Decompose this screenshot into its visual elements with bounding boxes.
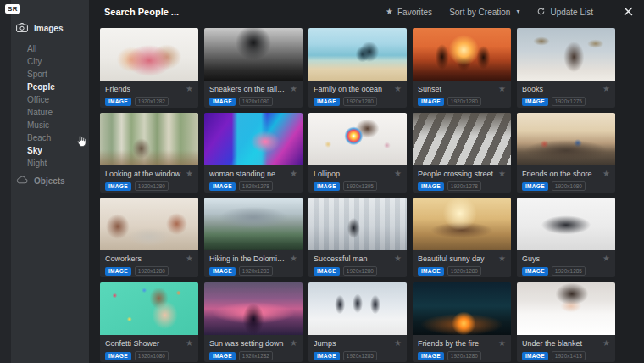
search-input[interactable]: [104, 7, 386, 17]
card-guys[interactable]: Guys ★ IMAGE 1920x1285: [517, 198, 615, 277]
card-successful-man[interactable]: Successful man ★ IMAGE 1920x1280: [308, 198, 407, 277]
card-thumbnail[interactable]: [308, 113, 407, 165]
favorite-star-icon[interactable]: ★: [394, 170, 402, 178]
card-title: Successful man: [314, 254, 371, 263]
card-footer: Friends by the fire ★ IMAGE 1920x1280: [413, 335, 511, 362]
sort-label: Sort by Creation: [449, 8, 510, 17]
card-under-the-blanket[interactable]: Under the blanket ★ IMAGE 1920x1413: [517, 282, 615, 362]
card-thumbnail[interactable]: [413, 198, 511, 250]
size-label: 1920x1280: [447, 266, 481, 276]
card-beautiful-sunny-day[interactable]: Beautiful sunny day ★ IMAGE 1920x1280: [413, 198, 511, 277]
card-thumbnail[interactable]: [204, 198, 303, 250]
type-badge: IMAGE: [522, 352, 548, 360]
sidebar-item-music[interactable]: Music: [27, 119, 89, 131]
favorite-star-icon[interactable]: ★: [394, 254, 402, 263]
card-thumbnail[interactable]: [100, 113, 198, 165]
favorite-star-icon[interactable]: ★: [602, 85, 610, 93]
card-footer: People crossing street ★ IMAGE 1920x1278: [413, 165, 511, 193]
card-thumbnail[interactable]: [204, 28, 303, 81]
card-sun-was-setting-down[interactable]: Sun was setting down ★ IMAGE 1920x1282: [204, 282, 303, 362]
sidebar-section-objects[interactable]: Objects: [16, 176, 89, 186]
card-thumbnail[interactable]: [517, 282, 615, 335]
card-thumbnail[interactable]: [308, 28, 407, 81]
favorite-star-icon[interactable]: ★: [186, 170, 193, 178]
card-friends-on-the-shore[interactable]: Friends on the shore ★ IMAGE 1920x1080: [517, 113, 615, 193]
sidebar-section-images[interactable]: Images: [16, 23, 89, 34]
card-hiking-in-the-dolomites[interactable]: Hiking in the Dolomites ★ IMAGE 1920x128…: [204, 198, 303, 277]
favorite-star-icon[interactable]: ★: [290, 170, 297, 178]
favorite-star-icon[interactable]: ★: [602, 339, 610, 348]
card-thumbnail[interactable]: [517, 198, 615, 250]
card-thumbnail[interactable]: [100, 282, 198, 335]
favorites-button[interactable]: ★ Favorites: [386, 8, 432, 17]
favorite-star-icon[interactable]: ★: [394, 339, 402, 348]
card-thumbnail[interactable]: [517, 113, 615, 165]
card-thumbnail[interactable]: [204, 282, 303, 335]
card-title: Confetti Shower: [105, 339, 163, 348]
chevron-down-icon: ▾: [516, 8, 519, 15]
card-title: Lollipop: [314, 170, 343, 178]
size-label: 1920x1283: [239, 266, 273, 276]
card-confetti-shower[interactable]: Confetti Shower ★ IMAGE 1920x1080: [100, 282, 198, 362]
favorite-star-icon[interactable]: ★: [498, 254, 506, 263]
card-title: Sunset: [418, 85, 445, 93]
card-thumbnail[interactable]: [413, 113, 511, 165]
favorite-star-icon[interactable]: ★: [186, 85, 193, 93]
card-footer: Looking at the window ★ IMAGE 1920x1280: [100, 165, 198, 193]
sidebar-item-people[interactable]: People: [27, 81, 89, 93]
sidebar-item-all[interactable]: All: [27, 42, 89, 55]
card-friends-by-the-fire[interactable]: Friends by the fire ★ IMAGE 1920x1280: [413, 282, 511, 362]
card-books[interactable]: Books ★ IMAGE 1920x1275: [517, 28, 615, 108]
card-footer: Sneakers on the railroad ★ IMAGE 1920x10…: [204, 81, 303, 108]
favorite-star-icon[interactable]: ★: [290, 254, 297, 263]
favorite-star-icon[interactable]: ★: [498, 170, 506, 178]
favorite-star-icon[interactable]: ★: [394, 85, 402, 93]
card-lollipop[interactable]: Lollipop ★ IMAGE 1920x1395: [308, 113, 407, 193]
card-people-crossing-street[interactable]: People crossing street ★ IMAGE 1920x1278: [413, 113, 511, 193]
card-thumbnail[interactable]: [308, 198, 407, 250]
card-title: Friends by the fire: [418, 339, 482, 348]
sort-by-creation-button[interactable]: Sort by Creation ▾: [449, 8, 519, 17]
card-jumps[interactable]: Jumps ★ IMAGE 1920x1285: [308, 282, 407, 362]
sidebar-item-sky[interactable]: Sky: [27, 144, 89, 157]
type-badge: IMAGE: [418, 267, 444, 276]
favorite-star-icon[interactable]: ★: [602, 254, 610, 263]
favorite-star-icon[interactable]: ★: [498, 339, 506, 348]
card-thumbnail[interactable]: [413, 28, 511, 81]
sidebar-item-sport[interactable]: Sport: [27, 68, 89, 81]
card-title: Family on the ocean: [314, 85, 386, 93]
sidebar-item-beach[interactable]: Beach: [27, 131, 89, 144]
card-looking-at-the-window[interactable]: Looking at the window ★ IMAGE 1920x1280: [100, 113, 198, 193]
card-thumbnail[interactable]: [100, 198, 198, 250]
favorite-star-icon[interactable]: ★: [602, 170, 610, 178]
type-badge: IMAGE: [314, 182, 340, 191]
favorite-star-icon[interactable]: ★: [186, 254, 193, 263]
close-button[interactable]: [624, 4, 633, 20]
card-sneakers-on-the-railroad[interactable]: Sneakers on the railroad ★ IMAGE 1920x10…: [204, 28, 303, 108]
card-sunset[interactable]: Sunset ★ IMAGE 1920x1280: [413, 28, 511, 108]
sidebar-item-night[interactable]: Night: [27, 157, 89, 170]
card-family-on-the-ocean[interactable]: Family on the ocean ★ IMAGE 1920x1280: [308, 28, 407, 108]
update-list-button[interactable]: Update List: [536, 7, 593, 18]
card-thumbnail[interactable]: [204, 113, 303, 165]
type-badge: IMAGE: [522, 267, 548, 276]
card-title: Friends: [105, 85, 134, 93]
type-badge: IMAGE: [209, 267, 236, 276]
sidebar-item-office[interactable]: Office: [27, 93, 89, 106]
card-thumbnail[interactable]: [100, 28, 198, 81]
card-friends[interactable]: Friends ★ IMAGE 1920x1282: [100, 28, 198, 108]
card-woman-standing-near-buildings[interactable]: woman standing near buildings ★ IMAGE 19…: [204, 113, 303, 193]
card-thumbnail[interactable]: [308, 282, 407, 335]
card-thumbnail[interactable]: [517, 28, 615, 81]
card-footer: Guys ★ IMAGE 1920x1285: [517, 250, 615, 277]
favorite-star-icon[interactable]: ★: [290, 339, 297, 348]
sidebar-item-nature[interactable]: Nature: [27, 106, 89, 119]
card-thumbnail[interactable]: [413, 282, 511, 335]
type-badge: IMAGE: [522, 182, 548, 191]
favorite-star-icon[interactable]: ★: [498, 85, 506, 93]
favorite-star-icon[interactable]: ★: [290, 85, 297, 93]
sidebar-item-city[interactable]: City: [27, 55, 89, 68]
card-coworkers[interactable]: Coworkers ★ IMAGE 1920x1280: [100, 198, 198, 277]
size-label: 1920x1280: [447, 97, 481, 106]
favorite-star-icon[interactable]: ★: [186, 339, 193, 348]
